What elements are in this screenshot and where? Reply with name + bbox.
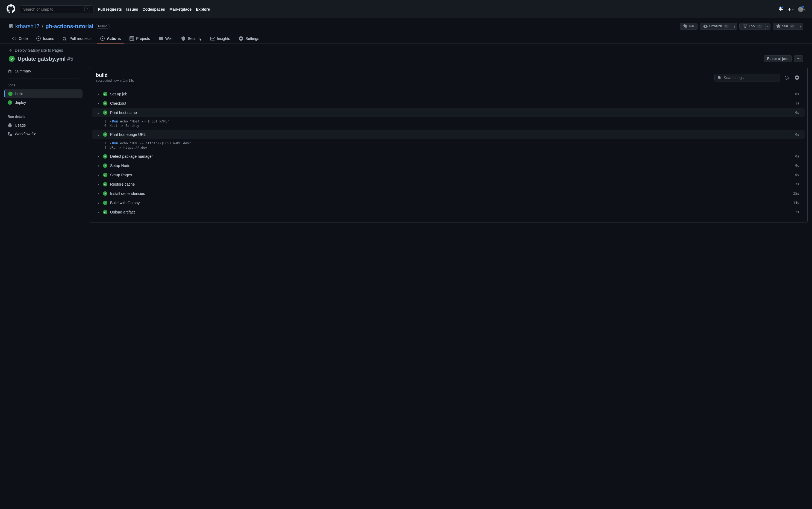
shield-icon bbox=[181, 36, 186, 41]
step-status-icon bbox=[103, 173, 107, 177]
sidebar-usage[interactable]: Usage bbox=[4, 121, 82, 130]
chevron-icon: › bbox=[97, 201, 100, 205]
tab-security[interactable]: Security bbox=[178, 34, 205, 43]
sync-icon bbox=[784, 75, 789, 80]
fork-button[interactable]: Fork 0 bbox=[739, 23, 766, 30]
global-search-input[interactable] bbox=[23, 7, 84, 11]
sidebar-job-build[interactable]: build bbox=[4, 90, 82, 98]
tab-issues[interactable]: Issues bbox=[33, 34, 57, 43]
repo-actions: Pin Unwatch 1 Fork 0 bbox=[680, 23, 803, 30]
step-row[interactable]: ⌄Print homepage URL0s bbox=[92, 130, 805, 139]
line-number: 1 bbox=[100, 120, 106, 123]
log-search-input[interactable] bbox=[724, 75, 777, 80]
step-duration: 0s bbox=[795, 155, 799, 158]
panel-header-right bbox=[714, 74, 801, 81]
step-name: Install dependencies bbox=[110, 191, 790, 196]
sidebar-job-deploy[interactable]: deploy bbox=[4, 98, 82, 107]
tab-projects[interactable]: Projects bbox=[126, 34, 153, 43]
step-duration: 14s bbox=[793, 201, 799, 205]
step-duration: 6s bbox=[795, 92, 799, 96]
log-search[interactable] bbox=[714, 74, 780, 81]
run-number: #5 bbox=[67, 56, 73, 62]
log-settings-button[interactable] bbox=[793, 74, 801, 81]
step-duration: 2s bbox=[795, 210, 799, 214]
global-search[interactable]: / bbox=[20, 5, 94, 13]
step-name: Print host name bbox=[110, 110, 792, 115]
nav-marketplace[interactable]: Marketplace bbox=[170, 7, 191, 11]
step-row[interactable]: ›Upload artifact2s bbox=[92, 208, 805, 216]
log-content: Host -> Earthly bbox=[110, 124, 139, 128]
chevron-icon: ⌄ bbox=[97, 133, 100, 136]
back-link[interactable]: Deploy Gatsby site to Pages bbox=[9, 48, 803, 53]
sidebar-summary-label: Summary bbox=[15, 69, 31, 73]
sidebar-workflow-file[interactable]: Workflow file bbox=[4, 130, 82, 138]
main-layout: Summary Jobs build deploy Run details Us… bbox=[0, 67, 812, 234]
rerun-button[interactable]: Re-run all jobs bbox=[764, 55, 792, 62]
repo-owner-link[interactable]: krharsh17 bbox=[15, 23, 40, 30]
slash-shortcut-badge: / bbox=[84, 6, 90, 12]
refresh-button[interactable] bbox=[783, 74, 790, 81]
tab-actions[interactable]: Actions bbox=[97, 34, 124, 43]
step-row[interactable]: ›Restore cache2s bbox=[92, 180, 805, 189]
step-row[interactable]: ›Detect package manager0s bbox=[92, 152, 805, 161]
log-content: URL -> https://.dev bbox=[110, 146, 147, 149]
notifications-icon[interactable] bbox=[779, 6, 783, 12]
step-name: Restore cache bbox=[110, 182, 792, 186]
fork-dropdown[interactable] bbox=[766, 23, 771, 30]
unwatch-label: Unwatch bbox=[709, 24, 722, 28]
step-row[interactable]: ›Setup Pages0s bbox=[92, 171, 805, 179]
nav-explore[interactable]: Explore bbox=[196, 7, 210, 11]
tab-issues-label: Issues bbox=[43, 36, 54, 41]
run-status-icon bbox=[9, 56, 15, 62]
watch-count: 1 bbox=[724, 25, 729, 28]
fork-count: 0 bbox=[757, 25, 762, 28]
create-new-dropdown[interactable] bbox=[787, 7, 794, 11]
step-row[interactable]: ›Checkout1s bbox=[92, 99, 805, 108]
gear-icon bbox=[795, 75, 799, 80]
nav-codespaces[interactable]: Codespaces bbox=[143, 7, 165, 11]
tab-wiki-label: Wiki bbox=[165, 36, 173, 41]
repo-name-link[interactable]: gh-actions-tutorial bbox=[46, 23, 94, 30]
log-line: 6Host -> Earthly bbox=[100, 124, 806, 128]
step-row[interactable]: ⌄Print host name0s bbox=[92, 108, 805, 117]
tab-pull-requests[interactable]: Pull requests bbox=[60, 34, 95, 43]
star-dropdown[interactable] bbox=[798, 23, 803, 30]
code-icon bbox=[12, 36, 16, 41]
run-actions: Re-run all jobs bbox=[764, 55, 803, 62]
actions-icon bbox=[100, 36, 105, 41]
watch-dropdown[interactable] bbox=[732, 23, 737, 30]
pin-button[interactable]: Pin bbox=[680, 23, 698, 30]
tab-code[interactable]: Code bbox=[9, 34, 31, 43]
step-name: Setup Pages bbox=[110, 173, 792, 177]
sidebar-job-label: deploy bbox=[15, 100, 26, 105]
unwatch-button[interactable]: Unwatch 1 bbox=[700, 23, 732, 30]
step-name: Print homepage URL bbox=[110, 132, 792, 137]
github-logo-icon[interactable] bbox=[6, 4, 15, 14]
eye-icon bbox=[703, 24, 708, 28]
star-button[interactable]: Star 0 bbox=[773, 23, 798, 30]
log-block: 1▸Run echo "Host -> $HOST_NAME"6Host -> … bbox=[90, 117, 806, 130]
stopwatch-icon bbox=[8, 123, 12, 127]
nav-issues[interactable]: Issues bbox=[126, 7, 138, 11]
tab-insights[interactable]: Insights bbox=[207, 34, 233, 43]
nav-pull-requests[interactable]: Pull requests bbox=[98, 7, 122, 11]
star-label: Star bbox=[782, 24, 788, 28]
tab-wiki[interactable]: Wiki bbox=[155, 34, 176, 43]
run-title-row: Update gatsby.yml #5 Re-run all jobs bbox=[9, 55, 803, 62]
sidebar-workflow-file-label: Workflow file bbox=[15, 132, 36, 136]
step-row[interactable]: ›Install dependencies35s bbox=[92, 189, 805, 198]
step-row[interactable]: ›Setup Node9s bbox=[92, 161, 805, 170]
step-row[interactable]: ›Build with Gatsby14s bbox=[92, 199, 805, 207]
tab-settings[interactable]: Settings bbox=[235, 34, 263, 43]
step-row[interactable]: ›Set up job6s bbox=[92, 90, 805, 98]
sidebar-summary[interactable]: Summary bbox=[4, 67, 82, 75]
more-actions-button[interactable] bbox=[794, 55, 803, 62]
fork-icon bbox=[743, 24, 747, 28]
pin-icon bbox=[683, 24, 688, 28]
step-duration: 0s bbox=[795, 173, 799, 177]
star-count: 0 bbox=[790, 25, 795, 28]
step-duration: 35s bbox=[793, 192, 799, 196]
user-menu[interactable] bbox=[798, 6, 806, 12]
tab-code-label: Code bbox=[19, 36, 28, 41]
step-name: Checkout bbox=[110, 101, 792, 105]
